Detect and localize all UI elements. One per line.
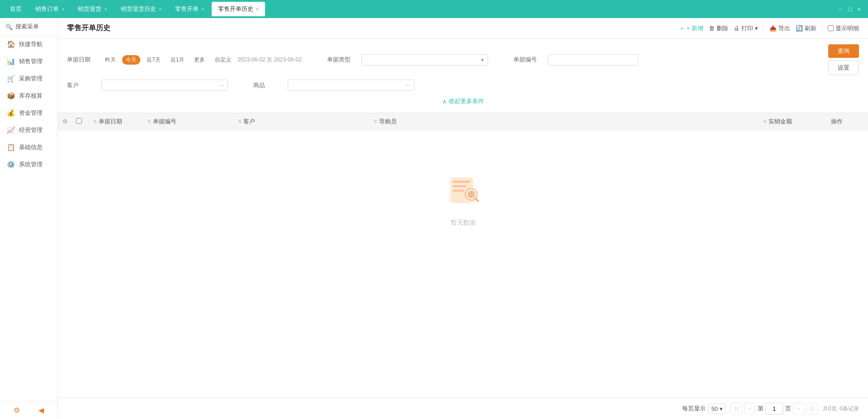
th-date[interactable]: ⇅ 单据日期 (90, 118, 144, 126)
th-action: 操作 (827, 118, 863, 126)
more-conditions-toggle[interactable]: ∧ 收起更多条件 (67, 95, 859, 107)
sidebar-item-purchase-mgmt-label: 采购管理 (19, 75, 43, 83)
table-settings-icon[interactable]: ⚙ (62, 118, 76, 125)
toolbar-divider-1 (764, 25, 764, 32)
sort-icon-customer: ⇅ (238, 119, 242, 124)
export-label: 导出 (778, 24, 790, 33)
window-minimize-btn[interactable]: － (837, 5, 843, 13)
page-number-input[interactable] (765, 403, 783, 414)
doc-no-label: 单据编号 (513, 56, 541, 64)
sidebar-item-finance-label: 资金管理 (19, 109, 43, 117)
empty-text: 暂无数据 (451, 219, 476, 227)
delete-icon: 🗑 (709, 25, 715, 32)
tab-home-label: 首页 (10, 5, 22, 13)
table-select-all-checkbox[interactable] (76, 118, 82, 124)
sidebar: 🔍 搜索采单 🏠 快捷导航 📊 销售管理 🛒 采购管理 📦 库存核算 💰 资金管… (0, 18, 58, 419)
doc-type-dropdown-icon: ▾ (481, 56, 484, 63)
date-7days-chip[interactable]: 近7天 (143, 55, 164, 65)
basic-info-icon: 📋 (7, 143, 15, 151)
show-detail-checkbox[interactable] (828, 25, 834, 31)
add-button[interactable]: ＋ + 新增 (679, 24, 703, 33)
goods-select[interactable]: ··· (288, 80, 414, 91)
th-no[interactable]: ⇅ 单据编号 (144, 118, 234, 126)
tab-sales-return-history[interactable]: 销货退货历史 × (114, 2, 168, 16)
per-page-value: 50 (711, 405, 718, 412)
sidebar-item-inventory[interactable]: 📦 库存核算 (0, 87, 57, 104)
query-button[interactable]: 查询 (828, 44, 859, 58)
toolbar-buttons: ＋ + 新增 🗑 删除 🖨 打印 ▾ 📤 导出 🔄 (679, 24, 859, 33)
page-size-box[interactable]: 50 ▾ (708, 404, 726, 414)
page-last-btn[interactable]: ⟩⟩ (806, 403, 818, 414)
filter-settings-button[interactable]: 设置 (828, 61, 859, 75)
tab-sales-return-label: 销货退货 (78, 5, 101, 13)
th-customer[interactable]: ⇅ 客户 (234, 118, 370, 126)
tab-home[interactable]: 首页 (4, 2, 28, 16)
date-1month-chip[interactable]: 近1月 (167, 55, 188, 65)
table-select-all-checkbox-container[interactable] (76, 118, 90, 125)
refresh-icon: 🔄 (796, 25, 803, 32)
close-retail-open-history-icon[interactable]: × (256, 6, 259, 12)
date-yesterday-chip[interactable]: 昨天 (101, 55, 119, 65)
close-sales-return-icon[interactable]: × (104, 6, 107, 12)
page-first-btn[interactable]: ⟨⟨ (730, 403, 742, 414)
window-maximize-btn[interactable]: □ (849, 6, 852, 13)
close-sales-order-icon[interactable]: × (62, 6, 64, 12)
date-custom-chip[interactable]: 自定义 (211, 55, 235, 65)
delete-button[interactable]: 🗑 删除 (709, 24, 728, 33)
date-range-display: 2023-06-02 至 2023-06-02 (237, 56, 301, 64)
window-close-btn[interactable]: × (857, 6, 861, 13)
add-label: + 新增 (687, 24, 703, 33)
customer-select[interactable]: ··· (101, 80, 228, 91)
search-icon: 🔍 (5, 24, 13, 30)
refresh-label: 刷新 (805, 24, 816, 33)
page-header: 零售开单历史 ＋ + 新增 🗑 删除 🖨 打印 ▾ 📤 (58, 18, 868, 39)
show-detail-checkbox-container[interactable]: 显示明细 (828, 24, 859, 33)
refresh-button[interactable]: 🔄 刷新 (796, 24, 816, 33)
sidebar-item-finance[interactable]: 💰 资金管理 (0, 104, 57, 122)
tab-retail-open[interactable]: 零售开单 × (169, 2, 210, 16)
th-amount[interactable]: ⇅ 实销金额 (759, 118, 827, 126)
sidebar-bottom: ⚙ ◀ (0, 401, 57, 419)
sidebar-item-operations-label: 经营管理 (19, 126, 43, 134)
print-button[interactable]: 🖨 打印 ▾ (734, 24, 758, 33)
sidebar-collapse-icon[interactable]: ◀ (38, 406, 44, 414)
page-next-btn[interactable]: ＞ (793, 403, 805, 414)
page-prev-btn[interactable]: ＜ (744, 403, 756, 414)
sidebar-item-system[interactable]: ⚙️ 系统管理 (0, 156, 57, 173)
delete-label: 删除 (716, 24, 728, 33)
tab-sales-return[interactable]: 销货退货 × (71, 2, 113, 16)
sidebar-item-operations[interactable]: 📈 经营管理 (0, 122, 57, 139)
sidebar-search[interactable]: 🔍 搜索采单 (0, 18, 57, 36)
tab-sales-return-history-label: 销货退货历史 (121, 5, 156, 13)
chevron-up-icon: ∧ (442, 98, 447, 105)
tab-bar: 首页 销售订单 × 销货退货 × 销货退货历史 × 零售开单 × 零售开单历史 … (0, 0, 868, 18)
sidebar-item-purchase-mgmt[interactable]: 🛒 采购管理 (0, 70, 57, 87)
sort-icon-amount: ⇅ (763, 119, 767, 124)
sort-icon-date: ⇅ (93, 119, 97, 124)
sort-icon-no: ⇅ (147, 119, 151, 124)
per-page-label: 每页显示 (682, 405, 706, 413)
date-more-chip[interactable]: 更多 (190, 55, 209, 65)
doc-type-select[interactable]: ▾ (361, 54, 488, 66)
sidebar-item-basic-info[interactable]: 📋 基础信息 (0, 139, 57, 156)
sidebar-item-sales-mgmt[interactable]: 📊 销售管理 (0, 53, 57, 70)
empty-state-illustration (441, 166, 486, 212)
purchase-icon: 🛒 (7, 75, 15, 83)
sidebar-settings-icon[interactable]: ⚙ (14, 406, 20, 414)
close-retail-open-icon[interactable]: × (201, 6, 204, 12)
sidebar-item-quick-nav[interactable]: 🏠 快捷导航 (0, 36, 57, 53)
close-sales-return-history-icon[interactable]: × (159, 6, 161, 12)
th-guide[interactable]: ⇅ 导购员 (370, 118, 438, 126)
tab-sales-order[interactable]: 销售订单 × (29, 2, 71, 16)
tab-retail-open-history[interactable]: 零售开单历史 × (212, 2, 265, 16)
print-dropdown-icon: ▾ (755, 25, 758, 32)
inventory-icon: 📦 (7, 92, 15, 100)
print-icon: 🖨 (734, 25, 740, 32)
page-nav: ⟨⟨ ＜ 第 页 ＞ ⟩⟩ (730, 403, 818, 414)
system-icon: ⚙️ (7, 160, 15, 169)
home-icon: 🏠 (7, 40, 15, 48)
export-button[interactable]: 📤 导出 (769, 24, 790, 33)
doc-no-input[interactable] (548, 54, 638, 66)
date-today-chip[interactable]: 今天 (122, 55, 140, 65)
tab-sales-order-label: 销售订单 (35, 5, 59, 13)
